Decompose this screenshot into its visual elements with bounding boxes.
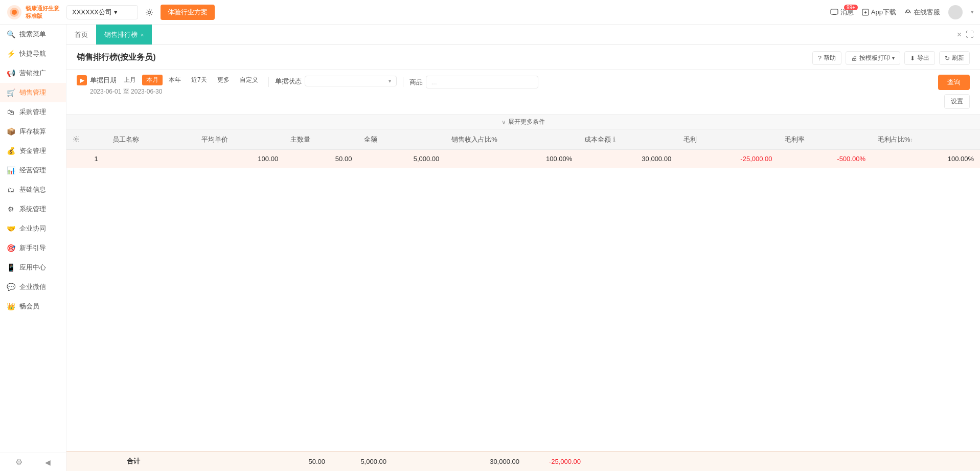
sidebar-item-12[interactable]: 📱应用中心 — [0, 258, 66, 277]
sidebar-icon-6: 💰 — [6, 146, 15, 155]
tab-bar-close-icon[interactable]: × — [957, 30, 962, 39]
sidebar-bottom: ⚙ ◀ — [0, 453, 66, 471]
date-shortcut-近7天[interactable]: 近7天 — [187, 75, 211, 85]
sidebar-item-8[interactable]: 🗂基础信息 — [0, 180, 66, 199]
logo: 畅康通好生意 标准版 — [6, 4, 62, 20]
td-gross-rate: -500.00% — [779, 150, 872, 168]
th-sales-pct: 销售收入占比% — [445, 130, 578, 150]
status-select[interactable]: ▾ — [305, 76, 397, 86]
sidebar-label-8: 基础信息 — [19, 185, 46, 194]
help-btn[interactable]: ? 帮助 — [812, 51, 841, 65]
sidebar-icon-11: 🎯 — [6, 243, 15, 253]
sidebar-settings-btn[interactable]: ⚙ — [15, 457, 22, 467]
sidebar-label-0: 搜索菜单 — [19, 30, 46, 39]
sidebar-icon-7: 📊 — [6, 166, 15, 175]
th-settings[interactable] — [66, 130, 86, 150]
sidebar-collapse-btn[interactable]: ◀ — [45, 458, 51, 466]
sidebar-icon-9: ⚙ — [6, 205, 15, 214]
td-sales-pct: 100.00% — [445, 150, 578, 168]
svg-point-7 — [75, 138, 77, 140]
sidebar-item-6[interactable]: 💰资金管理 — [0, 141, 66, 161]
sidebar-icon-3: 🛒 — [6, 88, 15, 97]
sidebar-item-1[interactable]: ⚡快捷导航 — [0, 44, 66, 63]
sidebar-icon-8: 🗂 — [6, 185, 15, 194]
svg-rect-4 — [831, 9, 838, 14]
sidebar-label-10: 企业协同 — [19, 224, 46, 233]
sidebar-icon-5: 📦 — [6, 127, 15, 136]
date-shortcut-上月[interactable]: 上月 — [120, 75, 140, 85]
td-avg-price: 100.00 — [195, 150, 284, 168]
company-name: XXXXXX公司 — [72, 8, 112, 17]
status-dropdown-icon: ▾ — [389, 78, 391, 84]
refresh-icon: ↻ — [945, 55, 950, 62]
sidebar-item-5[interactable]: 📦库存核算 — [0, 122, 66, 141]
td-cost: 30,000.00 — [578, 150, 677, 168]
th-rank — [86, 130, 106, 150]
print-dropdown-icon: ▾ — [892, 55, 895, 61]
svg-point-2 — [12, 10, 17, 15]
table-body: 1 100.00 50.00 5,000.00 100.00% 30,000.0… — [66, 150, 980, 168]
sidebar-label-2: 营销推广 — [19, 69, 46, 78]
page-title: 销售排行榜(按业务员) — [77, 52, 156, 63]
footer-avg-price — [209, 458, 270, 465]
print-btn[interactable]: 🖨 按模板打印 ▾ — [846, 51, 900, 65]
sidebar-label-6: 资金管理 — [19, 146, 46, 155]
sidebar-icon-14: 👑 — [6, 302, 15, 311]
online-service-btn[interactable]: 在线客服 — [904, 8, 940, 17]
table-header: 员工名称 平均单价 主数量 全额 销售收入占比% 成本全额 ℹ 毛利 毛利率 毛… — [66, 130, 980, 150]
sidebar-item-10[interactable]: 🤝企业协同 — [0, 219, 66, 238]
footer-cost: 30,000.00 — [464, 458, 526, 465]
settings-icon-btn[interactable] — [142, 5, 156, 19]
sidebar-item-13[interactable]: 💬企业微信 — [0, 277, 66, 297]
export-btn[interactable]: ⬇ 导出 — [904, 51, 935, 65]
table-wrapper: 员工名称 平均单价 主数量 全额 销售收入占比% 成本全额 ℹ 毛利 毛利率 毛… — [66, 130, 980, 451]
goods-input[interactable]: ... — [426, 76, 538, 88]
sidebar-item-9[interactable]: ⚙系统管理 — [0, 199, 66, 219]
message-badge: 99+ — [844, 5, 858, 10]
footer-sales-pct — [393, 458, 464, 465]
sidebar-item-11[interactable]: 🎯新手引导 — [0, 238, 66, 258]
date-shortcut-本年[interactable]: 本年 — [165, 75, 185, 85]
sidebar-item-0[interactable]: 🔍搜索菜单 — [0, 25, 66, 44]
sidebar-item-14[interactable]: 👑畅会员 — [0, 297, 66, 316]
date-shortcuts: 上月本月本年近7天更多自定义 — [120, 75, 262, 85]
avatar[interactable] — [948, 5, 963, 19]
td-settings — [66, 150, 86, 168]
date-shortcut-更多[interactable]: 更多 — [213, 75, 234, 85]
sidebar-icon-12: 📱 — [6, 263, 15, 272]
company-selector[interactable]: XXXXXX公司 ▾ — [66, 5, 138, 19]
sidebar-label-7: 经营管理 — [19, 166, 46, 175]
query-button[interactable]: 查询 — [938, 75, 970, 90]
sidebar-item-4[interactable]: 🛍采购管理 — [0, 102, 66, 122]
tab-bar-fullscreen-icon[interactable]: ⛶ — [966, 30, 974, 39]
sidebar-icon-0: 🔍 — [6, 30, 15, 39]
message-btn[interactable]: 消息 99+ — [830, 8, 854, 17]
sidebar-item-2[interactable]: 📢营销推广 — [0, 63, 66, 83]
tab-home[interactable]: 首页 — [66, 25, 96, 44]
footer-label: 合计 — [106, 457, 209, 466]
filter-expand-btn[interactable]: ▶ — [77, 75, 87, 85]
date-shortcut-自定义[interactable]: 自定义 — [236, 75, 262, 85]
sidebar-item-7[interactable]: 📊经营管理 — [0, 161, 66, 180]
set-button[interactable]: 设置 — [944, 94, 970, 109]
logo-icon — [6, 4, 22, 20]
export-icon: ⬇ — [910, 55, 915, 62]
app-download-btn[interactable]: App下载 — [862, 8, 896, 17]
sidebar-item-3[interactable]: 🛒销售管理 — [0, 83, 66, 102]
table-row: 1 100.00 50.00 5,000.00 100.00% 30,000.0… — [66, 150, 980, 168]
date-shortcut-本月[interactable]: 本月 — [142, 75, 163, 85]
td-name — [106, 150, 195, 168]
sidebar-label-4: 采购管理 — [19, 107, 46, 117]
footer-gross: -25,000.00 — [526, 458, 587, 465]
th-name: 员工名称 — [106, 130, 195, 150]
gear-icon — [145, 8, 153, 16]
logo-text: 畅康通好生意 标准版 — [26, 5, 59, 19]
user-menu[interactable]: ▾ — [971, 9, 974, 15]
app-download-icon — [862, 9, 869, 16]
tab-close-icon[interactable]: × — [141, 32, 144, 38]
sidebar-label-11: 新手引导 — [19, 243, 46, 253]
trial-button[interactable]: 体验行业方案 — [161, 5, 215, 20]
tab-sales-ranking[interactable]: 销售排行榜 × — [96, 25, 152, 44]
expand-conditions-bar[interactable]: ∨ 展开更多条件 — [66, 115, 980, 130]
refresh-btn[interactable]: ↻ 刷新 — [939, 51, 970, 65]
